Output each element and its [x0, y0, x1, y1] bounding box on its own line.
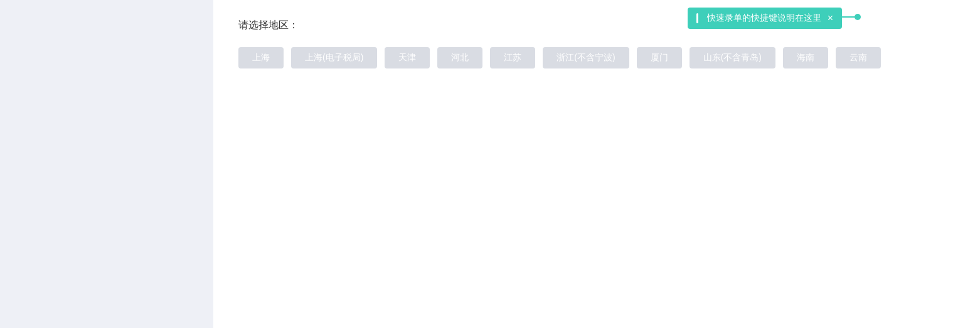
- tooltip-connector-dot: [855, 14, 861, 20]
- region-btn-tianjin[interactable]: 天津: [385, 47, 430, 68]
- region-btn-hainan[interactable]: 海南: [783, 47, 828, 68]
- page-title: 请选择地区：: [238, 19, 955, 32]
- region-btn-shandong[interactable]: 山东(不含青岛): [690, 47, 775, 68]
- region-btn-xiamen[interactable]: 厦门: [637, 47, 682, 68]
- region-btn-yunnan[interactable]: 云南: [836, 47, 881, 68]
- region-buttons-container: 上海上海(电子税局)天津河北江苏浙江(不含宁波)厦门山东(不含青岛)海南云南: [238, 47, 955, 68]
- tooltip-text: 快速录单的快捷键说明在这里: [707, 13, 821, 24]
- region-btn-shanghai[interactable]: 上海: [238, 47, 284, 68]
- region-btn-jiangsu[interactable]: 江苏: [490, 47, 535, 68]
- main-content: 请选择地区： 上海上海(电子税局)天津河北江苏浙江(不含宁波)厦门山东(不含青岛…: [213, 0, 980, 328]
- region-btn-zhejiang[interactable]: 浙江(不含宁波): [543, 47, 629, 68]
- tooltip-bar: 快速录单的快捷键说明在这里 ×: [688, 8, 842, 29]
- left-sidebar: [0, 0, 213, 328]
- region-btn-shanghai-etax[interactable]: 上海(电子税局): [291, 47, 377, 68]
- region-btn-hebei[interactable]: 河北: [437, 47, 482, 68]
- tooltip-close-button[interactable]: ×: [828, 13, 833, 23]
